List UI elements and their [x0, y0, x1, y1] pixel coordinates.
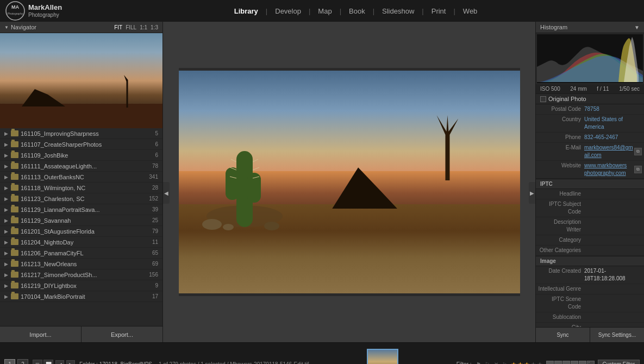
folder-expand-icon[interactable]: ▶ [4, 196, 11, 202]
star-2[interactable]: ★ [517, 361, 523, 365]
color-filter-5[interactable] [579, 361, 586, 365]
color-filter-2[interactable] [554, 361, 562, 365]
email-value[interactable]: markbowers84@gmail.com [584, 144, 633, 159]
film-thumb-selected[interactable]: 2 ▶ [367, 349, 398, 365]
color-filter-4[interactable] [571, 361, 578, 365]
meta-iptc-subject-row: IPTC Subject Code [536, 199, 644, 217]
reject-button[interactable]: ✕ [492, 361, 500, 365]
main-cactus [196, 118, 293, 238]
nav-library[interactable]: Library [229, 5, 264, 17]
folder-expand-icon[interactable]: ▶ [4, 283, 11, 288]
postal-value: 78758 [584, 105, 642, 113]
grid-view-button[interactable]: ⊞ [33, 360, 42, 365]
nav-fit-button[interactable]: FIT [114, 24, 122, 30]
nav-print[interactable]: Print [426, 5, 452, 17]
date-created-value[interactable]: 2017-01-18T18:18:28.008 [584, 267, 642, 283]
star-3[interactable]: ★ [524, 361, 530, 365]
folder-expand-icon[interactable]: ▶ [4, 142, 11, 147]
nav-develop[interactable]: Develop [270, 5, 307, 17]
main-image-container[interactable] [179, 68, 520, 296]
custom-filter-button[interactable]: Custom Filter [598, 360, 640, 364]
other-cat-value[interactable] [584, 247, 642, 254]
original-photo-label: Original Photo [548, 96, 586, 102]
folder-item[interactable]: ▶ 161113_OuterBanksNC 341 [0, 172, 162, 183]
category-value[interactable] [584, 236, 642, 244]
folder-expand-icon[interactable]: ▶ [4, 240, 11, 245]
right-panel: Histogram ▼ ISO 500 24 mm [535, 22, 644, 342]
folder-item[interactable]: ▶ 161206_PanamaCityFL 65 [0, 248, 162, 259]
folder-expand-icon[interactable]: ▶ [4, 164, 11, 169]
star-4[interactable]: ★ [530, 361, 536, 365]
meta-desc-writer-row: Description Writer [536, 217, 644, 235]
meta-city-row: City [536, 323, 644, 327]
desc-writer-value[interactable] [584, 218, 642, 234]
prev-photo-button[interactable]: ◀ [55, 360, 64, 365]
email-copy-button[interactable]: ⧉ [634, 148, 642, 155]
folder-item[interactable]: ▶ 161123_Charleston, SC 152 [0, 193, 162, 204]
loupe-view-button[interactable]: ⬜ [43, 360, 53, 365]
folder-count: 156 [149, 272, 158, 278]
nav-1to1-button[interactable]: 1:1 [140, 24, 147, 30]
headline-value[interactable] [584, 190, 642, 198]
folder-icon [11, 163, 18, 169]
color-filter-1[interactable] [546, 361, 554, 365]
sublocation-value[interactable] [584, 313, 642, 321]
original-photo-checkbox[interactable] [540, 96, 546, 102]
folder-item[interactable]: ▶ 161105_ImprovingSharpness 5 [0, 128, 162, 139]
view-all-button[interactable]: ⬛ [587, 361, 595, 365]
folder-expand-icon[interactable]: ▶ [4, 229, 11, 234]
page-2-button[interactable]: 2 [17, 359, 28, 365]
nav-slideshow[interactable]: Slideshow [377, 5, 420, 17]
folder-name: 161219_DIYLightbox [21, 283, 153, 289]
folder-item[interactable]: ▶ 161213_NewOrleans 69 [0, 259, 162, 269]
folder-item[interactable]: ▶ 161111_AssateagueLighth... 78 [0, 161, 162, 172]
nav-plant [119, 75, 135, 108]
folder-item[interactable]: ▶ 161118_Wilmington, NC 28 [0, 183, 162, 193]
nav-1to3-button[interactable]: 1:3 [151, 24, 158, 30]
nav-fill-button[interactable]: FILL [126, 24, 136, 30]
next-photo-button[interactable]: ▶ [66, 360, 75, 365]
star-1[interactable]: ★ [511, 361, 517, 365]
folder-item[interactable]: ▶ 161129_LiannaPortraitSava... 39 [0, 204, 162, 215]
import-button[interactable]: Import... [0, 327, 82, 342]
folder-expand-icon[interactable]: ▶ [4, 272, 11, 278]
iptc-scene-value[interactable] [584, 296, 642, 311]
intel-genre-value[interactable] [584, 285, 642, 293]
iptc-subject-value[interactable] [584, 200, 642, 216]
folder-expand-icon[interactable]: ▶ [4, 131, 11, 136]
star-5[interactable]: ★ [537, 361, 543, 365]
nav-book[interactable]: Book [343, 5, 371, 17]
folder-expand-icon[interactable]: ▶ [4, 185, 11, 191]
histogram-expand-icon[interactable]: ▼ [634, 24, 640, 30]
folder-item[interactable]: ▶ 161107_CreateSharperPhotos 6 [0, 139, 162, 150]
unflag-button[interactable]: ⚐ [484, 361, 491, 365]
navigator-collapse-icon[interactable]: ▼ [4, 25, 9, 30]
website-value[interactable]: www.markbowers photography.com [584, 162, 633, 177]
folder-item[interactable]: ▶ 161204_NighttoDay 11 [0, 237, 162, 248]
folder-item[interactable]: ▶ 161217_SimoneProductSh... 156 [0, 269, 162, 280]
folder-expand-icon[interactable]: ▶ [4, 207, 11, 212]
folder-expand-icon[interactable]: ▶ [4, 174, 11, 180]
flag-button[interactable]: ⚑ [475, 361, 483, 365]
folder-expand-icon[interactable]: ▶ [4, 294, 11, 299]
original-photo-row: Original Photo [536, 94, 644, 104]
folder-expand-icon[interactable]: ▶ [4, 250, 11, 256]
export-button[interactable]: Export... [82, 327, 162, 342]
folder-item[interactable]: ▶ 161129_Savannah 25 [0, 215, 162, 226]
nav-map[interactable]: Map [312, 5, 337, 17]
folder-item[interactable]: ▶ 161219_DIYLightbox 9 [0, 280, 162, 291]
page-1-button[interactable]: 1 [4, 359, 15, 365]
folder-expand-icon[interactable]: ▶ [4, 153, 11, 158]
right-collapse-tab[interactable]: ▶ [529, 182, 535, 204]
folder-expand-icon[interactable]: ▶ [4, 261, 11, 267]
sync-settings-button[interactable]: Sync Settings... [590, 328, 644, 342]
folder-item[interactable]: ▶ 161109_JoshBike 6 [0, 150, 162, 161]
nav-web[interactable]: Web [458, 5, 483, 17]
sync-button[interactable]: Sync [536, 328, 590, 342]
folder-item[interactable]: ▶ 170104_MarkBioPortrait 17 [0, 291, 162, 302]
color-filter-3[interactable] [562, 361, 570, 365]
folder-expand-icon[interactable]: ▶ [4, 218, 11, 223]
website-copy-button[interactable]: ⧉ [634, 166, 642, 173]
folder-item[interactable]: ▶ 161201_StAugustineFlorida 79 [0, 226, 162, 237]
left-collapse-tab[interactable]: ◀ [163, 182, 170, 204]
